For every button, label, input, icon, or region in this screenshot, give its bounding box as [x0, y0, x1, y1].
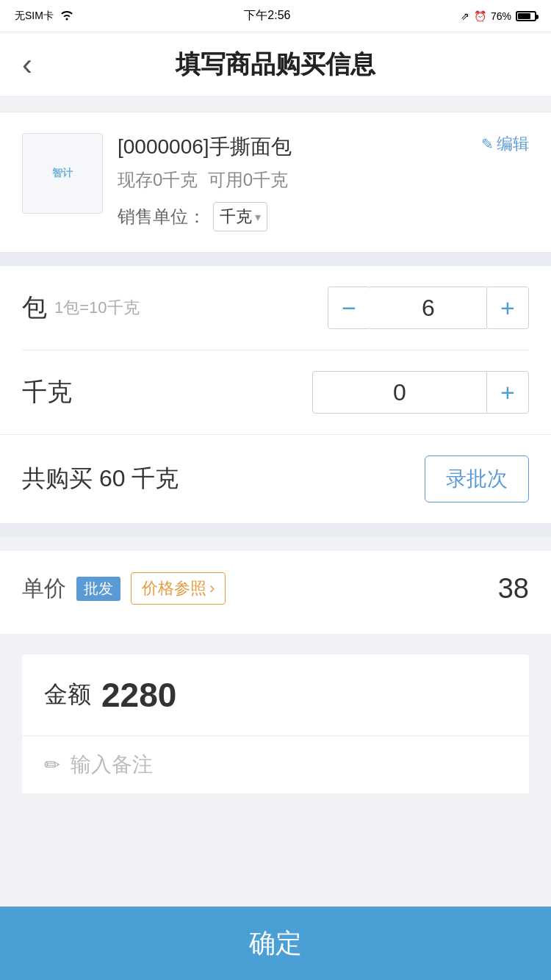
input-section: 包 1包=10千克 − + 千克 +: [0, 266, 551, 434]
pack-input[interactable]: [370, 287, 487, 329]
product-logo: 智计: [52, 167, 73, 180]
pack-hint: 1包=10千克: [54, 297, 140, 319]
confirm-bar[interactable]: 确定: [0, 907, 551, 980]
nav-bar: ‹ 填写商品购买信息: [0, 32, 551, 97]
price-label: 单价: [22, 574, 66, 604]
price-section: 单价 批发 价格参照 › 38: [0, 550, 551, 634]
product-name: [0000006]手撕面包: [118, 133, 481, 161]
unit-label: 销售单位：: [118, 205, 206, 228]
unit-value: 千克: [220, 206, 252, 228]
kg-plus-button[interactable]: +: [486, 371, 529, 414]
kg-label: 千克: [22, 375, 72, 409]
note-row[interactable]: ✏ 输入备注: [22, 736, 529, 793]
price-ref-label: 价格参照: [142, 577, 206, 599]
product-info: [0000006]手撕面包 ✎ 编辑 现存0千克 可用0千克 销售单位： 千克 …: [118, 133, 529, 231]
pack-minus-button[interactable]: −: [328, 287, 370, 329]
pack-plus-button[interactable]: +: [486, 287, 529, 329]
kg-left: 千克: [22, 375, 72, 409]
price-tag-pifa: 批发: [76, 577, 120, 601]
separator-2: [0, 523, 551, 536]
product-card: 智计 [0000006]手撕面包 ✎ 编辑 现存0千克 可用0千克 销售单位： …: [0, 112, 551, 253]
confirm-text: 确定: [249, 926, 302, 962]
amount-section: 金额 2280 ✏ 输入备注: [0, 634, 551, 793]
amount-row: 金额 2280: [22, 655, 529, 736]
pack-stepper: − +: [328, 287, 529, 329]
main-content: 智计 [0000006]手撕面包 ✎ 编辑 现存0千克 可用0千克 销售单位： …: [0, 112, 551, 980]
chevron-right-icon: ›: [209, 579, 215, 598]
status-bar: 无SIM卡 下午2:56 ⇗ ⏰ 76%: [0, 0, 551, 32]
edit-button[interactable]: ✎ 编辑: [481, 133, 529, 155]
back-button[interactable]: ‹: [22, 49, 32, 80]
note-placeholder: 输入备注: [71, 751, 153, 779]
page-title: 填写商品购买信息: [176, 48, 375, 82]
location-icon: ⇗: [461, 10, 469, 22]
pack-label: 包: [22, 291, 47, 325]
amount-value: 2280: [101, 675, 176, 715]
batch-button[interactable]: 录批次: [425, 455, 529, 502]
pack-row: 包 1包=10千克 − +: [22, 266, 529, 350]
battery-percent: 76%: [491, 10, 511, 22]
kg-stepper-wrapper: +: [312, 371, 529, 414]
unit-select[interactable]: 千克 ▾: [213, 202, 267, 231]
price-value: 38: [498, 573, 529, 605]
edit-label: 编辑: [497, 133, 529, 155]
alarm-icon: ⏰: [474, 10, 486, 22]
price-ref-button[interactable]: 价格参照 ›: [131, 572, 226, 605]
price-row: 单价 批发 价格参照 › 38: [22, 572, 529, 605]
price-left: 单价 批发 价格参照 ›: [22, 572, 226, 605]
kg-input[interactable]: [312, 371, 487, 414]
wifi-icon: [60, 9, 74, 23]
total-section: 共购买 60 千克 录批次: [0, 434, 551, 523]
note-icon: ✏: [44, 754, 60, 777]
pack-left: 包 1包=10千克: [22, 291, 140, 325]
edit-icon: ✎: [481, 135, 494, 153]
product-unit-row: 销售单位： 千克 ▾: [118, 202, 529, 231]
product-name-row: [0000006]手撕面包 ✎ 编辑: [118, 133, 529, 161]
total-text: 共购买 60 千克: [22, 463, 179, 495]
kg-row: 千克 +: [22, 350, 529, 434]
product-image: 智计: [22, 133, 103, 214]
status-right: ⇗ ⏰ 76%: [461, 10, 536, 22]
status-left: 无SIM卡: [15, 9, 74, 23]
battery-icon: [516, 11, 536, 21]
status-time: 下午2:56: [244, 8, 290, 24]
chevron-down-icon: ▾: [255, 210, 261, 224]
separator-1: [0, 253, 551, 266]
product-stock: 现存0千克 可用0千克: [118, 168, 529, 192]
amount-label: 金额: [44, 679, 91, 711]
carrier-text: 无SIM卡: [15, 10, 54, 23]
